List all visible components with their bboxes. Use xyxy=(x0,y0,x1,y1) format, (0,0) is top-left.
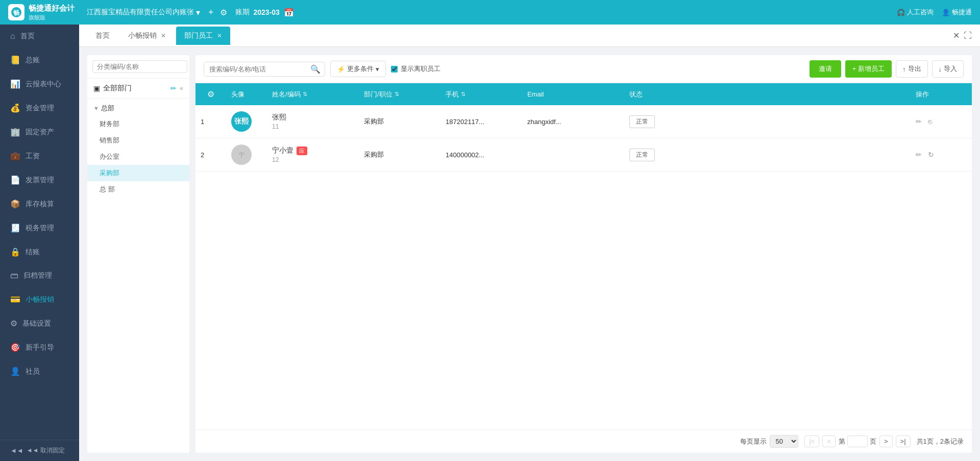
employee-code: 12 xyxy=(272,156,307,163)
employee-search-icon[interactable]: 🔍 xyxy=(306,64,325,74)
add-button[interactable]: + xyxy=(208,7,214,18)
tab-close-employees[interactable]: ✕ xyxy=(217,32,222,39)
dept-section-headquarters[interactable]: ▼ 总部 xyxy=(87,101,189,116)
dept-item-procurement[interactable]: 采购部 xyxy=(87,165,189,181)
settings-icon[interactable]: ⚙ xyxy=(220,8,227,17)
name-code-block: 张熙 11 xyxy=(272,113,286,130)
sidebar-item-reports[interactable]: 📊 云报表中心 xyxy=(0,72,79,96)
all-departments[interactable]: ▣ 全部部门 ✏ « xyxy=(87,79,189,99)
filter-button[interactable]: ⚡ 更多条件 ▾ xyxy=(330,61,386,77)
sort-dept-icon[interactable]: ⇅ xyxy=(395,91,399,98)
per-page-select[interactable]: 10 20 50 100 xyxy=(770,435,798,448)
dept-item-general[interactable]: 总 部 xyxy=(87,181,189,198)
department-panel: 🔍 ▣ 全部部门 ✏ « ▼ 总部 财务部 xyxy=(87,55,189,453)
logout-icon[interactable]: ⎋ xyxy=(928,117,932,126)
th-phone[interactable]: 手机 ⇅ xyxy=(440,83,522,105)
avatar-ning: 宁 xyxy=(231,144,252,165)
import-button[interactable]: ↓ 导入 xyxy=(932,60,964,78)
status-badge: 正常 xyxy=(629,149,655,161)
expense-icon: 💳 xyxy=(10,295,20,304)
dept-item-finance[interactable]: 财务部 xyxy=(87,116,189,132)
tab-close-all-button[interactable]: ✕ xyxy=(953,31,960,40)
th-dept[interactable]: 部门/职位 ⇅ xyxy=(359,83,440,105)
employee-search-input[interactable] xyxy=(204,62,306,76)
sidebar-item-expense[interactable]: 💳 小畅报销 xyxy=(0,287,79,311)
page-input-group: 第 1 页 xyxy=(839,435,876,447)
row2-actions: ✏ ↻ xyxy=(911,138,972,171)
show-resigned-input[interactable] xyxy=(391,66,398,72)
employee-panel: 🔍 ⚡ 更多条件 ▾ 显示离职员工 邀请 + 新增员工 xyxy=(195,55,972,453)
tab-home[interactable]: 首页 xyxy=(87,27,118,45)
tab-expand-button[interactable]: ⛶ xyxy=(964,31,972,40)
row2-no: 2 xyxy=(195,138,226,171)
sidebar-item-invoices[interactable]: 📄 发票管理 xyxy=(0,168,79,192)
sidebar-item-home[interactable]: ⌂ 首页 xyxy=(0,25,79,48)
th-name-code[interactable]: 姓名/编码 ⇅ xyxy=(267,83,359,105)
th-avatar: 头像 xyxy=(226,83,267,105)
tab-expense[interactable]: 小畅报销 ✕ xyxy=(120,27,174,45)
sidebar-item-guide[interactable]: 🎯 新手引导 xyxy=(0,335,79,359)
user-icon: 👤 xyxy=(10,367,20,376)
last-page-button[interactable]: >| xyxy=(896,435,911,447)
sidebar-item-wages[interactable]: 💼 工资 xyxy=(0,144,79,168)
sort-phone-icon[interactable]: ⇅ xyxy=(461,91,465,98)
table-row: 1 张熙 张熙 11 采购部 xyxy=(195,105,972,138)
page-input[interactable]: 1 xyxy=(847,435,868,447)
sidebar-item-assets[interactable]: 🏢 固定资产 xyxy=(0,120,79,144)
all-dept-icon: ▣ xyxy=(93,84,100,92)
sidebar-item-settings[interactable]: ⚙ 基础设置 xyxy=(0,311,79,335)
closing-icon: 🔒 xyxy=(10,247,20,257)
dept-edit-icon[interactable]: ✏ xyxy=(170,84,177,92)
sidebar-item-inventory[interactable]: 📦 库存核算 xyxy=(0,192,79,216)
refresh-icon[interactable]: ↻ xyxy=(928,151,934,159)
filter-icon: ⚡ xyxy=(337,65,345,73)
th-settings[interactable]: ⚙ xyxy=(195,83,226,105)
edit-icon[interactable]: ✏ xyxy=(916,151,922,159)
calendar-icon[interactable]: 📅 xyxy=(284,8,294,17)
edit-icon[interactable]: ✏ xyxy=(916,117,922,126)
user-avatar-icon: 👤 xyxy=(942,9,950,16)
company-dropdown[interactable]: ▾ xyxy=(196,8,200,17)
row1-status: 正常 xyxy=(624,105,911,138)
sidebar-scroll: ⌂ 首页 📒 总账 📊 云报表中心 💰 资金管理 🏢 固定资产 💼 工资 xyxy=(0,25,79,440)
th-email: Email xyxy=(522,83,624,105)
dept-item-office[interactable]: 办公室 xyxy=(87,149,189,165)
tab-bar-controls: ✕ ⛶ xyxy=(953,31,972,40)
pagination-nav: |< < 第 1 页 > >| xyxy=(804,435,910,447)
unpin-button[interactable]: ◄◄ ◄◄ 取消固定 xyxy=(0,440,79,461)
tab-close-expense[interactable]: ✕ xyxy=(161,32,166,39)
sidebar-item-ledger[interactable]: 📒 总账 xyxy=(0,48,79,72)
dept-search-input[interactable] xyxy=(92,60,187,73)
dept-collapse-icon[interactable]: « xyxy=(180,85,183,92)
row1-name-code: 张熙 11 xyxy=(267,105,359,138)
sidebar-item-user[interactable]: 👤 社员 xyxy=(0,359,79,383)
sidebar-item-archive[interactable]: 🗃 归档管理 xyxy=(0,264,79,287)
support-button[interactable]: 🎧 人工咨询 xyxy=(897,8,934,17)
th-status: 状态 xyxy=(624,83,911,105)
show-resigned-checkbox[interactable]: 显示离职员工 xyxy=(391,64,440,74)
row1-dept: 采购部 xyxy=(359,105,440,138)
sidebar-item-tax[interactable]: 🧾 税务管理 xyxy=(0,216,79,240)
prev-page-button[interactable]: < xyxy=(822,435,836,447)
sidebar-item-funds[interactable]: 💰 资金管理 xyxy=(0,96,79,120)
inventory-icon: 📦 xyxy=(10,199,20,209)
next-page-button[interactable]: > xyxy=(879,435,893,447)
first-page-button[interactable]: |< xyxy=(804,435,819,447)
guide-icon: 🎯 xyxy=(10,343,20,352)
basic-settings-icon: ⚙ xyxy=(10,319,17,328)
row2-status: 正常 xyxy=(624,138,911,171)
tab-employees[interactable]: 部门员工 ✕ xyxy=(176,27,230,45)
export-button[interactable]: ↑ 导出 xyxy=(896,60,928,78)
invite-button[interactable]: 邀请 xyxy=(810,60,841,78)
row2-email xyxy=(522,138,624,171)
user-menu[interactable]: 👤 畅捷通 xyxy=(942,8,972,17)
add-employee-button[interactable]: + 新增员工 xyxy=(845,60,892,78)
employee-table: ⚙ 头像 姓名/编码 ⇅ 部门/职位 ⇅ xyxy=(195,83,972,429)
row2-name-code: 宁小壹 应 12 xyxy=(267,138,359,171)
row1-actions: ✏ ⎋ xyxy=(911,105,972,138)
sidebar-item-closing[interactable]: 🔒 结账 xyxy=(0,240,79,264)
employee-name: 宁小壹 应 xyxy=(272,146,307,155)
content-area: 首页 小畅报销 ✕ 部门员工 ✕ ✕ ⛶ 🔍 xyxy=(79,25,980,461)
dept-item-sales[interactable]: 销售部 xyxy=(87,132,189,149)
sort-name-icon[interactable]: ⇅ xyxy=(303,91,307,98)
